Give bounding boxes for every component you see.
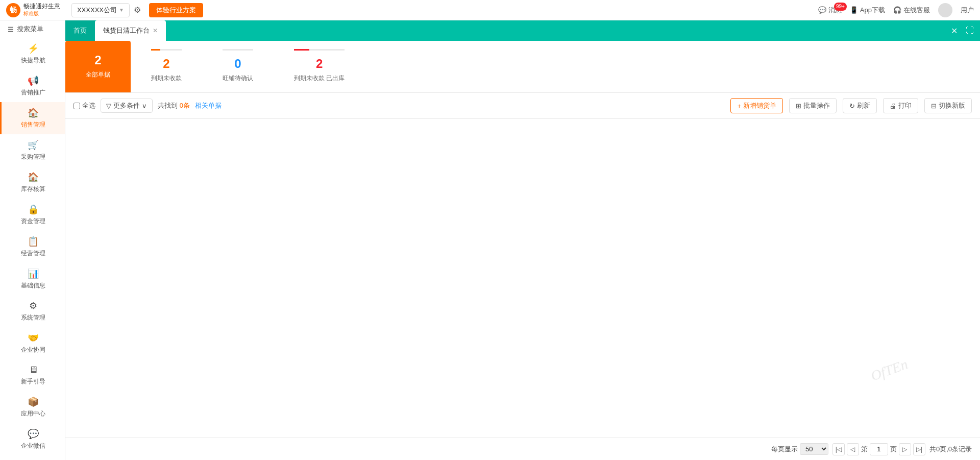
prev-page-btn[interactable]: ◁ — [847, 443, 859, 455]
app-center-label: 应用中心 — [21, 409, 45, 418]
logo-line1: 畅捷通好生意 — [23, 3, 60, 11]
batch-icon: ⊞ — [796, 102, 801, 110]
last-page-btn[interactable]: ▷| — [913, 443, 925, 455]
filter-btn[interactable]: ▽ 更多条件 ∨ — [101, 99, 153, 113]
select-all-input[interactable] — [74, 103, 80, 109]
sidebar-item-search-menu[interactable]: ☰ 搜索菜单 — [0, 20, 65, 38]
sidebar-item-basic-info[interactable]: 📊 基础信息 — [0, 263, 65, 295]
select-all-label: 全选 — [82, 101, 95, 110]
settings-icon[interactable]: ⚙ — [134, 5, 144, 15]
marketing-label: 营销推广 — [21, 88, 45, 97]
top-header: 畅 畅捷通好生意 标准版 XXXXXX公司 ▼ ⚙ 体验行业方案 💬 消息 99… — [0, 0, 980, 20]
basic-info-label: 基础信息 — [21, 281, 45, 290]
page-suffix: 页 — [890, 445, 897, 454]
sidebar-item-quick-nav[interactable]: ⚡ 快捷导航 — [0, 38, 65, 70]
toolbar-right: + 新增销货单 ⊞ 批量操作 ↻ 刷新 🖨 打印 — [730, 98, 972, 113]
user-name: 用户 — [961, 6, 974, 15]
marketing-icon: 📢 — [28, 75, 39, 86]
wechat-label: 企业微信 — [21, 442, 45, 450]
tab-close-icon[interactable]: ✕ — [153, 27, 158, 34]
finance-label: 资金管理 — [21, 217, 45, 226]
tab-maximize-btn[interactable]: ⛶ — [964, 24, 976, 37]
logo-line2: 标准版 — [23, 10, 60, 17]
lightning-icon: ⚡ — [28, 43, 39, 54]
tab-minimize-btn[interactable]: ✕ — [949, 24, 960, 38]
found-prefix: 共找到 — [158, 102, 178, 109]
page-size-select: 每页显示 50 100 200 — [771, 443, 828, 455]
sidebar-item-member[interactable]: ◇ 畅会员 — [0, 455, 65, 460]
sidebar-item-guide[interactable]: 🖥 新手引导 — [0, 359, 65, 391]
card-label-unpaid: 到期未收款 — [151, 74, 182, 83]
company-selector[interactable]: XXXXXX公司 ▼ — [71, 3, 130, 17]
sidebar-item-marketing[interactable]: 📢 营销推广 — [0, 70, 65, 102]
tab-workbench[interactable]: 钱货日清工作台 ✕ — [95, 20, 166, 41]
related-link[interactable]: 相关单据 — [195, 101, 222, 110]
table-area — [65, 119, 980, 438]
summary-cards: 2 全部单据 2 到期未收款 0 旺铺待确认 — [65, 41, 980, 93]
logo-icon: 畅 — [6, 3, 20, 17]
tab-home[interactable]: 首页 — [65, 20, 95, 41]
sidebar-item-wechat[interactable]: 💬 企业微信 — [0, 423, 65, 455]
operation-icon: 📋 — [28, 236, 39, 247]
wechat-icon: 💬 — [28, 428, 39, 440]
switch-icon: ⊟ — [931, 102, 937, 110]
tab-bar: 首页 钱货日清工作台 ✕ ✕ ⛶ — [65, 20, 980, 41]
message-icon-item[interactable]: 💬 消息 99+ — [818, 6, 842, 15]
search-icon: ☰ — [8, 26, 14, 33]
phone-icon: 📱 — [850, 6, 858, 14]
found-text: 共找到 0条 — [158, 101, 190, 110]
sidebar-item-finance[interactable]: 🔒 资金管理 — [0, 199, 65, 231]
select-all-checkbox[interactable]: 全选 — [74, 101, 95, 110]
switch-version-btn[interactable]: ⊟ 切换新版 — [924, 98, 972, 113]
sidebar-item-inventory[interactable]: 🏠 库存核算 — [0, 166, 65, 199]
found-count: 0条 — [180, 102, 190, 109]
pagination-bar: 每页显示 50 100 200 |◁ ◁ 第 页 ▷ ▷| 共0页,0条 — [65, 438, 980, 460]
enterprise-label: 企业协同 — [21, 346, 45, 354]
industry-btn[interactable]: 体验行业方案 — [149, 3, 203, 17]
per-page-selector[interactable]: 50 100 200 — [800, 443, 828, 455]
batch-ops-btn[interactable]: ⊞ 批量操作 — [789, 98, 837, 113]
sidebar-item-app-center[interactable]: 📦 应用中心 — [0, 391, 65, 423]
card-label-pending: 旺铺待确认 — [223, 74, 253, 83]
app-download-item[interactable]: 📱 App下载 — [850, 6, 885, 15]
purchase-label: 采购管理 — [21, 153, 45, 161]
print-label: 打印 — [898, 101, 912, 110]
summary-card-expired-out[interactable]: 2 到期未收款 已出库 — [274, 41, 365, 92]
page-input[interactable] — [870, 443, 888, 455]
inventory-label: 库存核算 — [21, 185, 45, 193]
summary-card-all[interactable]: 2 全部单据 — [65, 41, 131, 92]
guide-icon: 🖥 — [29, 365, 38, 375]
basic-info-icon: 📊 — [28, 268, 39, 279]
print-btn[interactable]: 🖨 打印 — [883, 98, 918, 113]
quick-nav-label: 快捷导航 — [21, 56, 45, 65]
finance-icon: 🔒 — [28, 204, 39, 215]
next-page-btn[interactable]: ▷ — [899, 443, 911, 455]
sidebar-item-purchase[interactable]: 🛒 采购管理 — [0, 134, 65, 166]
online-service-label: 在线客服 — [903, 6, 930, 15]
sidebar-item-enterprise[interactable]: 🤝 企业协同 — [0, 327, 65, 359]
first-page-btn[interactable]: |◁ — [832, 443, 845, 455]
sidebar-item-operation[interactable]: 📋 经营管理 — [0, 231, 65, 263]
add-sales-btn[interactable]: + 新增销货单 — [730, 98, 783, 113]
online-service-item[interactable]: 🎧 在线客服 — [893, 6, 930, 15]
batch-ops-label: 批量操作 — [803, 101, 830, 110]
summary-card-unpaid[interactable]: 2 到期未收款 — [131, 41, 202, 92]
company-name: XXXXXX公司 — [77, 6, 117, 15]
sidebar-item-system[interactable]: ⚙ 系统管理 — [0, 295, 65, 327]
add-sales-label: 新增销货单 — [743, 101, 776, 110]
filter-label: 更多条件 — [113, 101, 140, 110]
add-icon: + — [737, 102, 741, 110]
switch-label: 切换新版 — [939, 101, 965, 110]
summary-card-pending[interactable]: 0 旺铺待确认 — [202, 41, 274, 92]
main-layout: ☰ 搜索菜单 ⚡ 快捷导航 📢 营销推广 🏠 销售管理 🛒 采购管理 🏠 库存核… — [0, 20, 980, 460]
refresh-btn[interactable]: ↻ 刷新 — [843, 98, 877, 113]
tab-home-label: 首页 — [74, 26, 87, 35]
app-download-label: App下载 — [860, 6, 885, 15]
avatar[interactable] — [938, 3, 952, 17]
logo-text-area: 畅捷通好生意 标准版 — [23, 3, 60, 18]
total-info: 共0页,0条记录 — [929, 445, 972, 454]
logo-area: 畅 畅捷通好生意 标准版 — [6, 3, 71, 18]
sidebar-item-sales[interactable]: 🏠 销售管理 — [0, 102, 65, 134]
content-area: 首页 钱货日清工作台 ✕ ✕ ⛶ 2 全部单据 — [65, 20, 980, 460]
enterprise-icon: 🤝 — [28, 332, 39, 344]
